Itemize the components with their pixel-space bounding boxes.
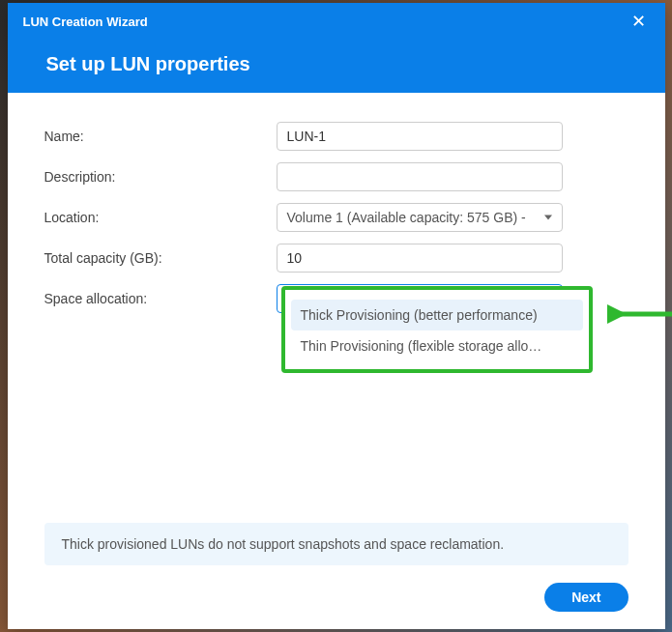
description-label: Description: <box>44 169 277 185</box>
dialog-content: Name: Description: Location: Volume 1 (A… <box>8 93 665 523</box>
note-bar: Thick provisioned LUNs do not support sn… <box>44 523 628 565</box>
name-label: Name: <box>44 129 277 144</box>
chevron-down-icon <box>544 215 552 220</box>
dialog-subtitle: Set up LUN properties <box>46 53 650 75</box>
allocation-dropdown: Thick Provisioning (better performance) … <box>281 286 593 373</box>
name-input[interactable] <box>277 122 563 151</box>
dialog-footer: Next <box>8 565 665 629</box>
description-input[interactable] <box>277 162 563 191</box>
location-select[interactable]: Volume 1 (Available capacity: 575 GB) - <box>277 203 563 232</box>
capacity-label: Total capacity (GB): <box>44 250 277 266</box>
lun-creation-wizard-dialog: LUN Creation Wizard ✕ Set up LUN propert… <box>8 3 665 629</box>
dialog-header: LUN Creation Wizard ✕ Set up LUN propert… <box>8 3 665 93</box>
capacity-input[interactable] <box>277 244 563 273</box>
allocation-option-thin[interactable]: Thin Provisioning (flexible storage allo… <box>291 330 583 361</box>
location-label: Location: <box>44 210 277 225</box>
allocation-label: Space allocation: <box>44 291 277 306</box>
close-icon[interactable]: ✕ <box>628 11 650 32</box>
next-button[interactable]: Next <box>544 583 628 612</box>
dialog-title: LUN Creation Wizard <box>23 14 148 29</box>
location-select-value: Volume 1 (Available capacity: 575 GB) - <box>287 210 526 225</box>
allocation-option-thick[interactable]: Thick Provisioning (better performance) <box>291 300 583 330</box>
